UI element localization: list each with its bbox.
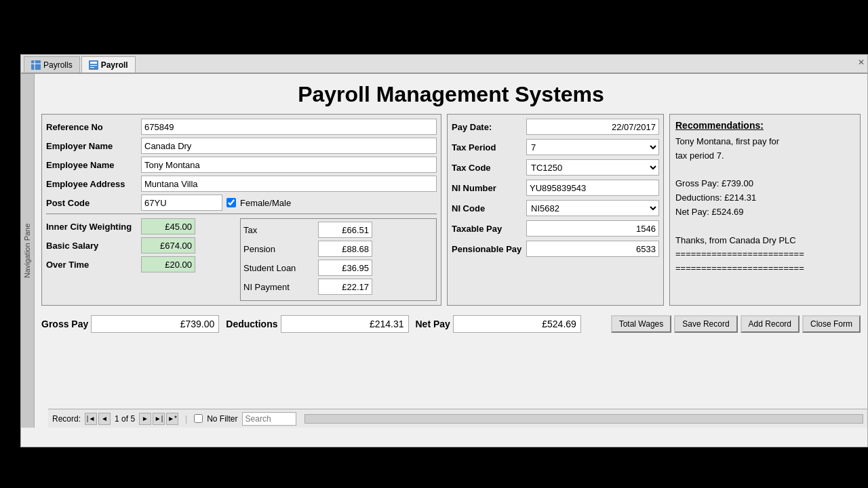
female-male-checkbox[interactable] bbox=[226, 198, 236, 207]
employee-address-label: Employee Address bbox=[46, 179, 141, 189]
taxable-pay-row: Taxable Pay bbox=[452, 220, 659, 237]
ni-number-label: NI Number bbox=[452, 183, 526, 193]
tax-period-label: Tax Period bbox=[452, 142, 526, 152]
record-label: Record: bbox=[52, 414, 81, 424]
save-record-button[interactable]: Save Record bbox=[674, 315, 737, 333]
over-time-input[interactable] bbox=[141, 256, 195, 272]
svg-rect-0 bbox=[31, 60, 41, 70]
reference-no-row: Reference No bbox=[46, 119, 437, 135]
rec-line1: Tony Montana, first pay for bbox=[675, 136, 779, 146]
pay-date-label: Pay Date: bbox=[452, 122, 526, 132]
svg-rect-6 bbox=[90, 67, 94, 68]
rec-separator2: ========================= bbox=[675, 263, 804, 273]
nav-controls: |◄ ◄ 1 of 5 ► ►| ►* bbox=[85, 413, 178, 425]
record-count: 1 of 5 bbox=[115, 414, 135, 424]
tax-label: Tax bbox=[243, 225, 318, 235]
next-record-button[interactable]: ► bbox=[139, 413, 151, 425]
ni-payment-input[interactable] bbox=[318, 279, 372, 295]
gross-pay-summary-label: Gross Pay bbox=[41, 319, 88, 329]
pension-row: Pension bbox=[243, 241, 433, 257]
pension-input[interactable] bbox=[318, 241, 372, 257]
main-content: Payroll Management Systems Reference No … bbox=[35, 74, 867, 428]
status-bar: Record: |◄ ◄ 1 of 5 ► ►| ►* | No Filter bbox=[48, 409, 867, 428]
over-time-row: Over Time bbox=[46, 256, 236, 272]
form-area: Reference No Employer Name Employee Name bbox=[35, 114, 867, 306]
employee-name-row: Employee Name bbox=[46, 157, 437, 173]
tax-row: Tax bbox=[243, 222, 433, 238]
no-filter-checkbox[interactable] bbox=[194, 414, 203, 423]
ni-code-select[interactable]: NI5682 bbox=[526, 200, 659, 216]
student-loan-input[interactable] bbox=[318, 260, 372, 276]
rec-thanks: Thanks, from Canada Dry PLC bbox=[675, 235, 796, 245]
inner-city-input[interactable] bbox=[141, 218, 195, 235]
rec-deductions: Deductions: £214.31 bbox=[675, 192, 756, 203]
ni-payment-label: NI Payment bbox=[243, 282, 318, 292]
tab-payrolls-label: Payrolls bbox=[43, 60, 73, 70]
pay-date-input[interactable] bbox=[526, 119, 659, 135]
inner-city-label: Inner City Weighting bbox=[46, 222, 141, 232]
deductions-panel: Tax Pension Student Loan bbox=[240, 218, 437, 301]
gross-pay-summary-input[interactable] bbox=[91, 315, 219, 333]
form-icon bbox=[89, 60, 98, 70]
taxable-pay-input[interactable] bbox=[526, 220, 659, 237]
prev-record-button[interactable]: ◄ bbox=[98, 413, 111, 425]
last-record-button[interactable]: ►| bbox=[153, 413, 165, 425]
ni-code-label: NI Code bbox=[452, 203, 526, 214]
tax-input[interactable] bbox=[318, 222, 372, 238]
pensionable-pay-row: Pensionable Pay bbox=[452, 241, 659, 257]
rec-net-pay: Net Pay: £524.69 bbox=[675, 207, 743, 217]
total-wages-button[interactable]: Total Wages bbox=[611, 315, 672, 333]
summary-bar: Gross Pay Deductions Net Pay Total Wages… bbox=[35, 311, 867, 337]
tab-bar: Payrolls Payroll ✕ bbox=[21, 55, 867, 74]
close-window-button[interactable]: ✕ bbox=[858, 58, 865, 67]
net-pay-summary-label: Net Pay bbox=[416, 319, 450, 329]
svg-rect-4 bbox=[90, 62, 97, 64]
employer-name-label: Employer Name bbox=[46, 141, 141, 151]
reference-no-label: Reference No bbox=[46, 122, 141, 132]
reference-no-input[interactable] bbox=[141, 119, 437, 135]
lower-fields: Inner City Weighting Basic Salary Over T… bbox=[46, 218, 437, 301]
student-loan-row: Student Loan bbox=[243, 260, 433, 276]
ni-number-input[interactable] bbox=[526, 180, 659, 196]
add-record-button[interactable]: Add Record bbox=[741, 315, 800, 333]
tax-code-label: Tax Code bbox=[452, 163, 526, 173]
nav-pane-label: Navigation Pane bbox=[24, 224, 32, 279]
horizontal-scrollbar[interactable] bbox=[304, 414, 863, 424]
action-buttons: Total Wages Save Record Add Record Close… bbox=[611, 315, 861, 333]
tab-payrolls[interactable]: Payrolls bbox=[24, 56, 80, 73]
tax-period-row: Tax Period 7 bbox=[452, 139, 659, 155]
employee-address-input[interactable] bbox=[141, 176, 437, 192]
rec-gross-pay: Gross Pay: £739.00 bbox=[675, 178, 753, 188]
first-record-button[interactable]: |◄ bbox=[85, 413, 97, 425]
basic-salary-input[interactable] bbox=[141, 237, 195, 253]
tab-payroll-label: Payroll bbox=[101, 60, 128, 70]
post-code-row: Post Code Female/Male bbox=[46, 195, 437, 211]
employee-name-label: Employee Name bbox=[46, 160, 141, 170]
new-record-button[interactable]: ►* bbox=[166, 413, 178, 425]
search-input[interactable] bbox=[242, 412, 296, 426]
inner-city-row: Inner City Weighting bbox=[46, 218, 236, 235]
navigation-pane: Navigation Pane bbox=[21, 74, 35, 428]
no-filter-label: No Filter bbox=[207, 414, 237, 424]
gross-pay-summary: Gross Pay bbox=[41, 315, 219, 333]
deductions-summary-input[interactable] bbox=[281, 315, 409, 333]
net-pay-summary-input[interactable] bbox=[453, 315, 581, 333]
close-form-button[interactable]: Close Form bbox=[802, 315, 861, 333]
tab-payroll[interactable]: Payroll bbox=[81, 56, 136, 73]
pensionable-pay-input[interactable] bbox=[526, 241, 659, 257]
employee-name-input[interactable] bbox=[141, 157, 437, 173]
lower-left: Inner City Weighting Basic Salary Over T… bbox=[46, 218, 236, 301]
ni-payment-row: NI Payment bbox=[243, 279, 433, 295]
employer-name-row: Employer Name bbox=[46, 138, 437, 154]
post-code-input[interactable] bbox=[141, 195, 222, 211]
table-icon bbox=[31, 60, 41, 70]
employee-address-row: Employee Address bbox=[46, 176, 437, 192]
rec-line2: tax period 7. bbox=[675, 150, 724, 161]
rec-separator1: ========================= bbox=[675, 249, 804, 259]
svg-rect-5 bbox=[90, 65, 97, 66]
post-code-label: Post Code bbox=[46, 198, 141, 208]
female-male-label: Female/Male bbox=[240, 198, 291, 208]
employer-name-input[interactable] bbox=[141, 138, 437, 154]
tax-period-select[interactable]: 7 bbox=[526, 139, 659, 155]
tax-code-select[interactable]: TC1250 bbox=[526, 159, 659, 176]
